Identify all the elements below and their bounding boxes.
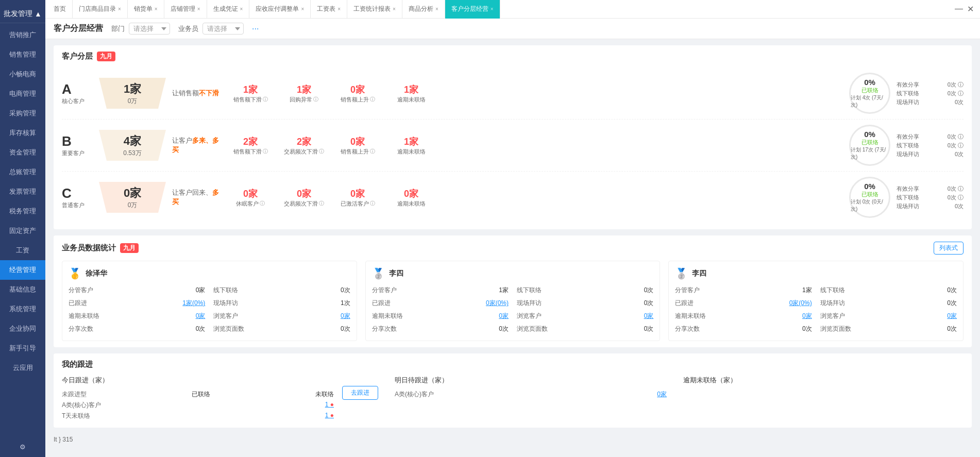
follow-content: 今日跟进（家） 未跟进型 已联络 未联络 A类(核心)客户 1 ● T天未联络 … bbox=[62, 376, 964, 421]
customer-tier-month: 九月 bbox=[97, 52, 115, 61]
tier-b-circle: 0% 已联络 计划 17次 (7天/次) bbox=[849, 125, 890, 166]
staff-stat-row: 浏览客户 0家 bbox=[213, 311, 350, 321]
gear-icon[interactable]: ⚙ bbox=[13, 437, 32, 457]
sidebar-item-inventory[interactable]: 库存核算 bbox=[0, 123, 45, 143]
content-header: 客户分层经营 部门 请选择 业务员 请选择 ··· bbox=[45, 19, 980, 39]
sidebar-item-system[interactable]: 系统管理 bbox=[0, 299, 45, 319]
tier-c-slogan: 让客户回来、多买 bbox=[172, 188, 224, 207]
tab-customer-tier[interactable]: 客户分层经营× bbox=[445, 0, 500, 19]
sidebar-item-payroll[interactable]: 工资 bbox=[0, 241, 45, 260]
tier-b-metrics: 2家 销售额下滑ⓘ 2家 交易频次下滑ⓘ 0家 销售额上升ⓘ 1家 逾期未联络 bbox=[230, 136, 843, 156]
follow-today-title: 今日跟进（家） bbox=[62, 376, 334, 385]
follow-tomorrow-col: 明日待跟进（家） A类(核心)客户 0家 bbox=[386, 376, 675, 400]
tab-voucher[interactable]: 生成凭证× bbox=[207, 0, 250, 19]
tab-close-voucher[interactable]: × bbox=[240, 6, 243, 12]
dept-select[interactable]: 请选择 bbox=[129, 23, 170, 35]
sidebar-item-ledger[interactable]: 总账管理 bbox=[0, 162, 45, 182]
metric-a-3: 1家 逾期未联络 bbox=[391, 83, 432, 104]
follow-today-col: 今日跟进（家） 未跟进型 已联络 未联络 A类(核心)客户 1 ● T天未联络 … bbox=[62, 376, 334, 421]
staff-section-title-text: 业务员数据统计 bbox=[62, 243, 116, 253]
tier-b-slogan: 让客户多来、多买 bbox=[172, 136, 224, 155]
sidebar-item-invoice[interactable]: 发票管理 bbox=[0, 182, 45, 201]
window-close-icon[interactable]: ✕ bbox=[967, 4, 974, 14]
tier-c-label: C 普通客户 bbox=[62, 185, 93, 209]
tab-close-store-products[interactable]: × bbox=[118, 6, 121, 12]
metric-b-1: 2家 交易频次下滑ⓘ bbox=[283, 136, 325, 156]
tab-adjustment[interactable]: 应收应付调整单× bbox=[249, 0, 311, 19]
tabbar: 首页 门店商品目录× 销货单× 店铺管理× 生成凭证× 应收应付调整单× 工资表… bbox=[45, 0, 980, 19]
staff-stat-row: 浏览客户 0家 bbox=[820, 311, 957, 321]
tab-close-customer-tier[interactable]: × bbox=[491, 6, 494, 12]
sidebar-item-sales[interactable]: 销售管理 bbox=[0, 45, 45, 64]
sidebar: 批发管理 ▲ 营销推广 销售管理 小畅电商 电商管理 采购管理 库存核算 资金管… bbox=[0, 0, 45, 457]
page-title: 客户分层经营 bbox=[54, 23, 103, 34]
metric-c-3: 0家 逾期未联络 bbox=[391, 188, 432, 208]
list-view-button[interactable]: 列表式 bbox=[934, 242, 964, 255]
tab-close-payroll[interactable]: × bbox=[337, 6, 341, 12]
sidebar-item-tax[interactable]: 税务管理 bbox=[0, 201, 45, 221]
tab-payroll[interactable]: 工资表× bbox=[311, 0, 347, 19]
sidebar-item-cloud[interactable]: 云应用 bbox=[0, 358, 45, 378]
staff-label: 业务员 bbox=[178, 24, 198, 33]
tier-a-slogan: 让销售额不下滑 bbox=[172, 89, 224, 98]
window-minimize-icon[interactable]: — bbox=[955, 4, 963, 14]
sidebar-item-management[interactable]: 经营管理 bbox=[0, 260, 45, 280]
staff-stat-row: 浏览页面数 0次 bbox=[517, 324, 653, 334]
tier-b-right-stats: 有效分享0次 ⓘ 线下联络0次 ⓘ 现场拜访0次 bbox=[897, 133, 964, 158]
tab-close-payroll-report[interactable]: × bbox=[393, 6, 396, 12]
staff-stat-row: 分管客户 1家 bbox=[675, 285, 812, 296]
more-filters-button[interactable]: ··· bbox=[252, 24, 259, 33]
sidebar-item-ecommerce[interactable]: 电商管理 bbox=[0, 84, 45, 104]
tab-store-products[interactable]: 门店商品目录× bbox=[73, 0, 128, 19]
staff-card-2: 🥈 李四 分管客户 1家 线下联络 0次 已跟进 bbox=[668, 261, 964, 341]
staff-section-month: 九月 bbox=[120, 243, 139, 253]
tier-row-a: A 核心客户 1家 0万 让销售额不下滑 1家 销售额下滑ⓘ bbox=[62, 67, 964, 120]
tier-row-b: B 重要客户 4家 0.53万 让客户多来、多买 2家 销售 bbox=[62, 120, 964, 172]
metric-c-2: 0家 已激活客户ⓘ bbox=[337, 188, 378, 208]
tier-a-circle: 0% 已联络 计划 4次 (7天/次) bbox=[849, 73, 890, 114]
tab-close-sales-order[interactable]: × bbox=[155, 6, 158, 12]
staff-stat-row: 浏览页面数 0次 bbox=[213, 324, 350, 334]
staff-medal-1: 🥈 bbox=[372, 267, 385, 280]
staff-name-0: 徐泽华 bbox=[86, 269, 107, 278]
tab-close-product-analysis[interactable]: × bbox=[435, 6, 438, 12]
staff-stat-row: 逾期未联络 0家 bbox=[372, 311, 509, 321]
tab-product-analysis[interactable]: 商品分析× bbox=[402, 0, 445, 19]
sidebar-item-assets[interactable]: 固定资产 bbox=[0, 221, 45, 241]
staff-select[interactable]: 请选择 bbox=[202, 23, 244, 35]
metric-b-0: 2家 销售额下滑ⓘ bbox=[230, 136, 271, 156]
sidebar-item-purchase[interactable]: 采购管理 bbox=[0, 104, 45, 123]
metric-a-1: 1家 回购异常ⓘ bbox=[283, 83, 325, 104]
staff-stats-1: 分管客户 1家 线下联络 0次 已跟进 0家(0%) 现场拜访 bbox=[372, 285, 654, 334]
sidebar-item-marketing[interactable]: 营销推广 bbox=[0, 25, 45, 45]
tier-b-label: B 重要客户 bbox=[62, 133, 93, 157]
tab-sales-order[interactable]: 销货单× bbox=[128, 0, 164, 19]
tier-c-right-stats: 有效分享0次 ⓘ 线下联络0次 ⓘ 现场拜访0次 bbox=[897, 185, 964, 210]
sidebar-item-finance[interactable]: 资金管理 bbox=[0, 143, 45, 162]
tab-close-shop-mgmt[interactable]: × bbox=[197, 6, 200, 12]
go-follow-button[interactable]: 去跟进 bbox=[342, 386, 378, 400]
tab-payroll-report[interactable]: 工资统计报表× bbox=[347, 0, 402, 19]
staff-grid: 🥇 徐泽华 分管客户 0家 线下联络 0次 已跟进 bbox=[62, 261, 964, 341]
staff-stat-row: 浏览页面数 0次 bbox=[820, 324, 957, 334]
tier-c-metrics: 0家 休眠客户ⓘ 0家 交易频次下滑ⓘ 0家 已激活客户ⓘ 0家 逾期未联络 bbox=[230, 188, 843, 208]
customer-tier-title: 客户分层 bbox=[62, 52, 93, 61]
sidebar-item-guide[interactable]: 新手引导 bbox=[0, 338, 45, 358]
tab-home[interactable]: 首页 bbox=[47, 0, 73, 19]
follow-section: 我的跟进 今日跟进（家） 未跟进型 已联络 未联络 A类(核心)客户 1 ● T… bbox=[54, 353, 972, 428]
staff-medal-0: 🥇 bbox=[69, 267, 81, 280]
follow-tomorrow-row-1: A类(核心)客户 0家 bbox=[395, 389, 667, 400]
tier-c-circle: 0% 已联络 计划 0次 (0天/次) bbox=[849, 177, 890, 218]
staff-filter-group: 业务员 请选择 bbox=[178, 23, 244, 35]
tab-close-adjustment[interactable]: × bbox=[301, 6, 304, 12]
staff-stat-row: 分管客户 1家 bbox=[372, 285, 509, 296]
staff-stat-row: 已跟进 0家(0%) bbox=[372, 298, 509, 309]
sidebar-item-basic[interactable]: 基础信息 bbox=[0, 280, 45, 299]
tab-shop-mgmt[interactable]: 店铺管理× bbox=[164, 0, 207, 19]
staff-stats-2: 分管客户 1家 线下联络 0次 已跟进 0家(0%) 现场拜访 bbox=[675, 285, 957, 334]
sidebar-item-collab[interactable]: 企业协同 bbox=[0, 319, 45, 338]
staff-card-0: 🥇 徐泽华 分管客户 0家 线下联络 0次 已跟进 bbox=[62, 261, 357, 341]
staff-stat-row: 分享次数 0次 bbox=[69, 324, 205, 334]
tier-a-right-stats: 有效分享0次 ⓘ 线下联络0次 ⓘ 现场拜访0次 bbox=[897, 81, 964, 106]
sidebar-item-ecommerce-small[interactable]: 小畅电商 bbox=[0, 64, 45, 84]
